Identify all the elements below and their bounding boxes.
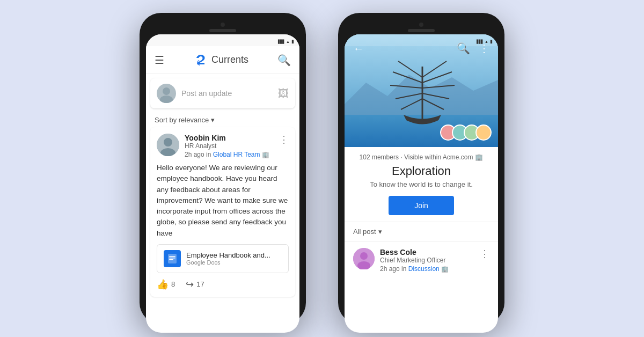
- author-name: Yoobin Kim: [185, 134, 269, 142]
- attachment-title: Employee Handbook and...: [186, 251, 270, 259]
- user-avatar: [157, 84, 176, 103]
- phone-2-screen: ← 🔍 ⋮: [345, 34, 498, 333]
- app-header-1: ☰ Currents 🔍: [146, 46, 299, 74]
- members-count: 102 members · Visible within Acme.com: [360, 153, 473, 161]
- cp-post-time: 2h ago in: [380, 265, 408, 273]
- wifi-icon-2: [485, 35, 488, 45]
- post-community[interactable]: Global HR Team: [213, 151, 260, 158]
- post-time: 2h ago in: [185, 151, 213, 158]
- post-meta: 2h ago in Global HR Team 🏢: [185, 151, 269, 158]
- more-options-icon-2[interactable]: ⋮: [480, 248, 489, 260]
- phone-2: ← 🔍 ⋮: [338, 13, 504, 324]
- svg-point-22: [360, 252, 368, 260]
- filter-arrow-icon: ▾: [378, 228, 382, 236]
- attachment-card[interactable]: Employee Handbook and... Google Docs: [157, 244, 289, 273]
- search-icon-1[interactable]: 🔍: [277, 54, 291, 67]
- more-options-icon-1[interactable]: ⋮: [279, 134, 289, 145]
- cp-author-name: Bess Cole: [380, 248, 449, 257]
- menu-icon[interactable]: ☰: [155, 54, 164, 67]
- post-author-avatar: [157, 134, 179, 156]
- svg-point-0: [163, 87, 170, 95]
- member-avatar-4: [475, 124, 492, 141]
- phone-1-screen: ☰ Currents 🔍 Post an updat: [146, 34, 299, 333]
- svg-rect-6: [169, 256, 175, 257]
- like-button[interactable]: 👍 8: [157, 279, 175, 290]
- like-icon: 👍: [157, 279, 169, 290]
- phone-1: ☰ Currents 🔍 Post an updat: [140, 13, 306, 324]
- svg-rect-8: [169, 259, 173, 260]
- like-count: 8: [171, 280, 175, 288]
- cp-author-details: Bess Cole Chief Marketing Officer 2h ago…: [380, 248, 449, 273]
- svg-rect-7: [169, 258, 175, 259]
- attachment-info: Employee Handbook and... Google Docs: [186, 251, 270, 266]
- share-button[interactable]: ↪ 17: [186, 279, 204, 290]
- sort-label: Sort by relevance: [155, 116, 209, 124]
- status-bar-1: [146, 34, 299, 46]
- signal-icon: [278, 35, 284, 45]
- community-post: Bess Cole Chief Marketing Officer 2h ago…: [345, 241, 498, 279]
- post-update-bar[interactable]: Post an update 🖼: [150, 78, 295, 108]
- status-bar-2: [345, 34, 498, 46]
- post-author-info: Yoobin Kim HR Analyst 2h ago in Global H…: [157, 134, 269, 158]
- member-avatars: [440, 124, 492, 141]
- filter-label: All post: [353, 228, 376, 236]
- phone-camera: [221, 23, 225, 27]
- svg-rect-5: [168, 254, 177, 263]
- phone-2-speaker: [408, 29, 435, 32]
- join-button[interactable]: Join: [389, 196, 454, 215]
- share-icon: ↪: [186, 279, 194, 290]
- phone-2-camera: [419, 23, 423, 27]
- cp-community[interactable]: Discussion: [408, 265, 440, 273]
- community-icon: 🏢: [262, 151, 269, 158]
- posts-filter[interactable]: All post ▾: [345, 222, 498, 241]
- author-details: Yoobin Kim HR Analyst 2h ago in Global H…: [185, 134, 269, 158]
- attachment-source: Google Docs: [186, 259, 270, 266]
- currents-logo: Currents: [193, 53, 248, 68]
- cp-community-icon: 🏢: [441, 266, 449, 272]
- cp-author-role: Chief Marketing Officer: [380, 257, 449, 264]
- members-text: 102 members · Visible within Acme.com 🏢: [353, 153, 489, 161]
- svg-point-1: [160, 96, 173, 103]
- post-actions: 👍 8 ↪ 17: [157, 279, 289, 290]
- cp-header: Bess Cole Chief Marketing Officer 2h ago…: [353, 248, 489, 273]
- photo-icon[interactable]: 🖼: [278, 87, 289, 100]
- battery-icon-2: [490, 35, 493, 45]
- currents-logo-svg: [193, 53, 208, 68]
- cp-author: Bess Cole Chief Marketing Officer 2h ago…: [353, 248, 449, 273]
- battery-icon: [291, 35, 294, 45]
- sort-bar[interactable]: Sort by relevance ▾: [146, 113, 299, 127]
- community-tagline: To know the world is to change it.: [353, 180, 489, 188]
- post-card-1: Yoobin Kim HR Analyst 2h ago in Global H…: [150, 127, 295, 297]
- post-header: Yoobin Kim HR Analyst 2h ago in Global H…: [157, 134, 289, 158]
- community-name: Exploration: [353, 164, 489, 178]
- visibility-icon: 🏢: [475, 153, 483, 161]
- hero-container: ← 🔍 ⋮: [345, 34, 498, 147]
- svg-point-3: [164, 138, 172, 146]
- post-content: Hello everyone! We are reviewing our emp…: [157, 163, 289, 239]
- cp-avatar: [353, 248, 375, 269]
- community-info: 102 members · Visible within Acme.com 🏢 …: [345, 147, 498, 222]
- cp-post-meta: 2h ago in Discussion 🏢: [380, 265, 449, 273]
- wifi-icon: [286, 35, 290, 45]
- share-count: 17: [196, 280, 204, 288]
- sort-arrow-icon: ▾: [211, 116, 215, 124]
- post-placeholder[interactable]: Post an update: [181, 89, 273, 98]
- app-title: Currents: [211, 54, 248, 65]
- signal-icon-2: [477, 35, 483, 45]
- phone-speaker: [209, 29, 236, 32]
- doc-icon: [164, 250, 181, 267]
- author-role: HR Analyst: [185, 142, 269, 150]
